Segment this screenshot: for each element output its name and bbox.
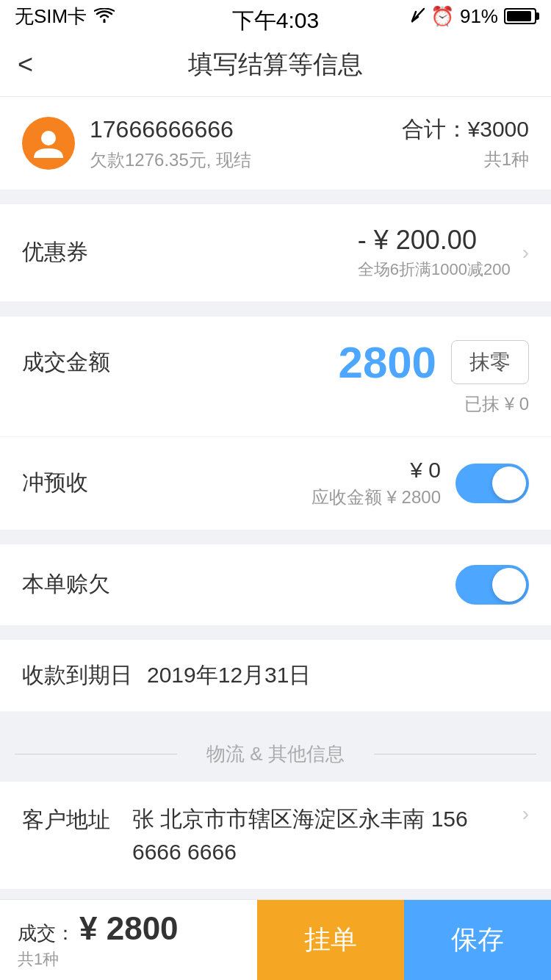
section-divider-4 <box>0 712 551 727</box>
debt-toggle[interactable] <box>455 565 529 605</box>
address-chevron-icon: › <box>522 802 529 826</box>
total-count: 共1种 <box>402 148 529 171</box>
status-right: ⏰ 91% <box>411 5 536 28</box>
bottom-deal-label: 成交： <box>18 920 75 946</box>
prepay-label: 冲预收 <box>22 468 88 498</box>
prepay-right: ¥ 0 应收金额 ¥ 2800 <box>311 458 529 509</box>
deal-amount-section: 成交金额 2800 抹零 已抹 ¥ 0 <box>0 317 551 437</box>
bottom-summary: 成交： ¥ 2800 共1种 <box>0 910 257 970</box>
toggle-knob <box>492 466 526 500</box>
due-label: 收款到期日 <box>22 660 132 691</box>
round-zero-button[interactable]: 抹零 <box>451 340 529 384</box>
chevron-right-icon: › <box>522 241 529 264</box>
bottom-count: 共1种 <box>18 948 240 970</box>
prepay-section: 冲预收 ¥ 0 应收金额 ¥ 2800 <box>0 437 551 530</box>
coupon-value-block: - ¥ 200.00 全场6折满1000减200 <box>358 225 511 281</box>
location-icon <box>411 5 425 28</box>
status-time: 下午4:03 <box>232 6 319 36</box>
section-divider-2 <box>0 530 551 544</box>
back-button[interactable]: < <box>18 49 33 80</box>
total-amount: 合计：¥3000 <box>402 115 529 145</box>
bottom-bar: 成交： ¥ 2800 共1种 挂单 保存 <box>0 899 551 980</box>
bottom-deal-row: 成交： ¥ 2800 <box>18 910 240 947</box>
svg-point-0 <box>41 131 56 145</box>
nav-bar: < 填写结算等信息 <box>0 32 551 97</box>
coupon-right: - ¥ 200.00 全场6折满1000减200 › <box>358 225 529 281</box>
coupon-label: 优惠券 <box>22 237 88 267</box>
address-label: 客户地址 <box>22 805 110 835</box>
customer-debt: 欠款1276.35元, 现结 <box>90 148 251 172</box>
coupon-row[interactable]: 优惠券 - ¥ 200.00 全场6折满1000减200 › <box>0 204 551 302</box>
due-row: 收款到期日 2019年12月31日 <box>22 660 529 691</box>
debt-section: 本单赊欠 <box>0 544 551 625</box>
deal-sub-text: 已抹 ¥ 0 <box>22 392 529 416</box>
logistics-text: 物流 & 其他信息 <box>206 741 345 767</box>
avatar <box>22 117 75 170</box>
coupon-value: - ¥ 200.00 <box>358 225 511 256</box>
carrier-text: 无SIM卡 <box>15 4 87 29</box>
page-title: 填写结算等信息 <box>188 48 363 82</box>
hang-order-button[interactable]: 挂单 <box>257 900 404 981</box>
customer-info: 17666666666 欠款1276.35元, 现结 <box>90 115 251 172</box>
due-date-value: 2019年12月31日 <box>147 660 311 691</box>
battery-icon <box>504 8 536 24</box>
bottom-deal-amount: ¥ 2800 <box>79 910 179 947</box>
prepay-value: ¥ 0 <box>311 458 441 483</box>
section-divider-3 <box>0 625 551 640</box>
battery-percent: 91% <box>460 5 498 28</box>
prepay-toggle[interactable] <box>455 464 529 503</box>
deal-amount-label: 成交金额 <box>22 347 110 378</box>
customer-right: 合计：¥3000 共1种 <box>402 115 529 171</box>
content: 17666666666 欠款1276.35元, 现结 合计：¥3000 共1种 … <box>0 97 551 980</box>
address-section[interactable]: 客户地址 张 北京市市辖区海淀区永丰南 156 6666 6666 › <box>0 782 551 889</box>
deal-amount-value: 2800 <box>339 337 436 388</box>
customer-section: 17666666666 欠款1276.35元, 现结 合计：¥3000 共1种 <box>0 97 551 190</box>
customer-left: 17666666666 欠款1276.35元, 现结 <box>22 115 251 172</box>
prepay-desc: 应收金额 ¥ 2800 <box>311 486 441 509</box>
alarm-icon: ⏰ <box>431 5 454 28</box>
prepay-value-block: ¥ 0 应收金额 ¥ 2800 <box>311 458 441 509</box>
wifi-icon <box>94 5 115 28</box>
logistics-line-left <box>15 754 177 754</box>
address-value: 张 北京市市辖区海淀区永丰南 156 6666 6666 <box>132 802 511 868</box>
deal-row: 成交金额 2800 抹零 <box>22 337 529 388</box>
due-date-section: 收款到期日 2019年12月31日 <box>0 640 551 712</box>
deal-right: 2800 抹零 <box>339 337 529 388</box>
status-bar: 无SIM卡 下午4:03 ⏰ 91% <box>0 0 551 32</box>
section-divider-1 <box>0 302 551 317</box>
status-left: 无SIM卡 <box>15 4 115 29</box>
save-button[interactable]: 保存 <box>404 900 551 981</box>
logistics-line-right <box>374 754 536 754</box>
logistics-divider: 物流 & 其他信息 <box>0 727 551 782</box>
debt-label: 本单赊欠 <box>22 569 110 599</box>
debt-toggle-knob <box>492 568 526 602</box>
coupon-desc: 全场6折满1000减200 <box>358 259 511 281</box>
customer-phone: 17666666666 <box>90 115 251 145</box>
